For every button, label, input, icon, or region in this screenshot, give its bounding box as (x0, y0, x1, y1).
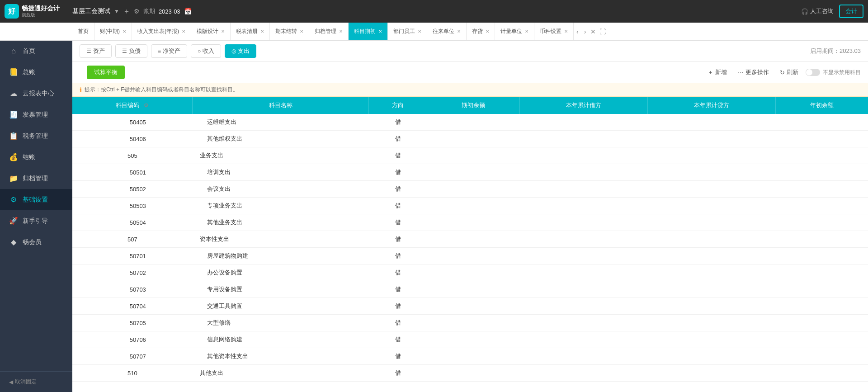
tab-close-icon[interactable]: ✕ (486, 29, 489, 34)
cell-year-start-balance (776, 248, 868, 264)
toolbar-inner: 试算平衡 ＋ 新增 ⋯ 更多操作 ↻ 刷新 不 (87, 66, 861, 79)
tab-period-close[interactable]: 期末结转 ✕ (270, 23, 309, 41)
logo-text-block: 畅捷通好会计 旗舰版 (22, 5, 60, 19)
table-header-row: 科目编码 ⚙ 科目名称 方向 期初余额 本年累计借方 本年累计贷方 年初余额 (72, 97, 868, 114)
sub-tab-label: 收入 (203, 47, 214, 55)
sub-tab-income[interactable]: ○ 收入 (191, 44, 221, 58)
tab-archive[interactable]: 归档管理 ✕ (309, 23, 349, 41)
tab-close-all-icon[interactable]: ✕ (589, 28, 598, 35)
company-dropdown-icon[interactable]: ▼ (114, 8, 119, 14)
tab-close-icon[interactable]: ✕ (300, 29, 303, 34)
table-row[interactable]: 50706 信息网络购建 借 (72, 331, 868, 348)
balance-button[interactable]: 试算平衡 (87, 66, 125, 79)
sidebar-item-home[interactable]: ⌂ 首页 (0, 41, 72, 61)
sidebar-item-invoice[interactable]: 🧾 发票管理 (0, 104, 72, 125)
sidebar-item-guide[interactable]: 🚀 新手引导 (0, 210, 72, 231)
table-row[interactable]: 50503 专项业务支出 借 (72, 198, 868, 214)
tab-close-icon[interactable]: ✕ (418, 29, 421, 34)
tab-expand-icon[interactable]: ⛶ (598, 28, 608, 35)
cell-year-start-balance (776, 147, 868, 164)
cell-ytd-debit (520, 365, 648, 382)
calendar-icon[interactable]: 📅 (184, 8, 192, 15)
logo-area: 好 畅捷通好会计 旗舰版 (5, 4, 68, 19)
sub-tab-label: 净资产 (163, 47, 180, 55)
cell-init-balance (427, 248, 520, 264)
sidebar-item-member[interactable]: ◆ 畅会员 (0, 231, 72, 253)
sidebar-item-settle[interactable]: 💰 结账 (0, 146, 72, 168)
table-row[interactable]: 507 资本性支出 借 (72, 231, 868, 248)
table-row[interactable]: 50504 其他业务支出 借 (72, 214, 868, 231)
tab-tax[interactable]: 税表清册 ✕ (231, 23, 270, 41)
tab-close-icon[interactable]: ✕ (339, 29, 343, 34)
cell-direction: 借 (369, 131, 427, 147)
tab-currency[interactable]: 币种设置 ✕ (534, 23, 574, 41)
tab-close-icon[interactable]: ✕ (221, 29, 225, 34)
cell-ytd-credit (648, 147, 776, 164)
sub-tab-assets[interactable]: ☰ 资产 (80, 44, 112, 58)
sidebar-item-label: 首页 (23, 47, 35, 55)
table-row[interactable]: 50703 专用设备购置 借 (72, 281, 868, 298)
tab-subject-init[interactable]: 科目期初 ✕ (349, 23, 388, 41)
sub-tab-net-assets[interactable]: ≡ 净资产 (151, 44, 187, 58)
sidebar-item-label: 基础设置 (23, 196, 48, 204)
sidebar-item-tax[interactable]: 📋 税务管理 (0, 125, 72, 146)
add-new-button[interactable]: ＋ 新增 (704, 66, 731, 78)
header-right: 🎧 人工咨询 会计 (801, 5, 863, 18)
sidebar-collapse-button[interactable]: ◀ 取消固定 (0, 371, 72, 392)
tab-close-icon[interactable]: ✕ (182, 29, 185, 34)
cell-direction: 借 (369, 214, 427, 231)
tab-close-icon[interactable]: ✕ (123, 29, 126, 34)
subject-table: 科目编码 ⚙ 科目名称 方向 期初余额 本年累计借方 本年累计贷方 年初余额 5… (72, 97, 868, 382)
tab-nav-next-icon[interactable]: › (581, 28, 589, 35)
table-row[interactable]: 50405 运维维支出 借 (72, 114, 868, 131)
tab-label: 税表清册 (236, 28, 258, 35)
sub-tab-expenditure[interactable]: ◎ 支出 (225, 44, 256, 58)
tab-income-statement[interactable]: 收入支出表(年报) ✕ (132, 23, 191, 41)
add-company-button[interactable]: ＋ (123, 7, 130, 16)
cell-direction: 借 (369, 264, 427, 281)
table-row[interactable]: 50406 其他维权支出 借 (72, 131, 868, 147)
tab-dept-employee[interactable]: 部门员工 ✕ (388, 23, 427, 41)
table-row[interactable]: 50501 培训支出 借 (72, 164, 868, 181)
period-value: 2023-03 (159, 8, 180, 15)
table-row[interactable]: 50502 会议支出 借 (72, 181, 868, 198)
tab-label: 部门员工 (393, 28, 415, 35)
refresh-button[interactable]: ↻ 刷新 (776, 66, 802, 78)
tab-unit[interactable]: 计量单位 ✕ (495, 23, 534, 41)
settings-icon[interactable]: ⚙ (134, 8, 140, 15)
tab-home[interactable]: 首页 (72, 23, 94, 41)
account-button[interactable]: 会计 (839, 5, 863, 18)
tab-close-icon[interactable]: ✕ (260, 29, 264, 34)
tab-nav-prev-icon[interactable]: ‹ (574, 28, 581, 35)
sidebar-item-archive[interactable]: 📁 归档管理 (0, 168, 72, 189)
cell-ytd-credit (648, 365, 776, 382)
tab-close-icon[interactable]: ✕ (525, 29, 528, 34)
tab-finance-mid[interactable]: 财(中期) ✕ (94, 23, 132, 41)
table-row[interactable]: 510 其他支出 借 (72, 365, 868, 382)
sub-tab-liabilities[interactable]: ☰ 负债 (115, 44, 147, 58)
table-row[interactable]: 50707 其他资本性支出 借 (72, 348, 868, 365)
table-row[interactable]: 50704 交通工具购置 借 (72, 298, 868, 315)
cell-code: 50503 (72, 198, 193, 214)
table-row[interactable]: 50705 大型修缮 借 (72, 315, 868, 331)
more-actions-button[interactable]: ⋯ 更多操作 (734, 66, 773, 78)
tab-inventory[interactable]: 存货 ✕ (467, 23, 495, 41)
tab-close-icon[interactable]: ✕ (378, 29, 382, 34)
support-button[interactable]: 🎧 人工咨询 (801, 7, 834, 15)
toggle-control[interactable] (806, 69, 820, 76)
cell-ytd-debit (520, 147, 648, 164)
sub-tab-label: 资产 (93, 47, 105, 55)
table-row[interactable]: 505 业务支出 借 (72, 147, 868, 164)
tab-template[interactable]: 模版设计 ✕ (191, 23, 231, 41)
cell-year-start-balance (776, 281, 868, 298)
sidebar-item-settings[interactable]: ⚙ 基础设置 (0, 189, 72, 210)
table-row[interactable]: 50702 办公设备购置 借 (72, 264, 868, 281)
cell-ytd-credit (648, 348, 776, 365)
table-row[interactable]: 50701 房屋建筑物购建 借 (72, 248, 868, 264)
tab-close-icon[interactable]: ✕ (564, 29, 568, 34)
sidebar-item-report[interactable]: ☁ 云报表中心 (0, 83, 72, 104)
sidebar-item-ledger[interactable]: 📒 总账 (0, 61, 72, 83)
col-settings-icon[interactable]: ⚙ (144, 102, 149, 109)
tab-close-icon[interactable]: ✕ (457, 29, 461, 34)
tab-contacts[interactable]: 往来单位 ✕ (427, 23, 467, 41)
